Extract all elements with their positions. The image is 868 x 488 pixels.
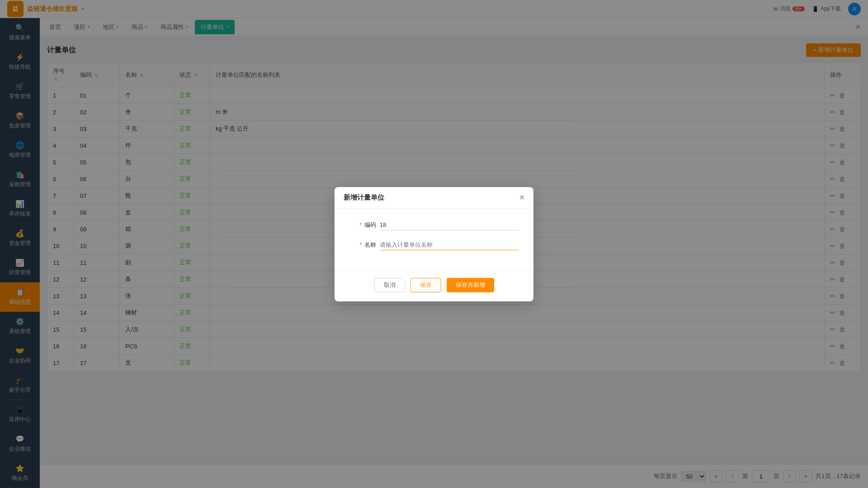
modal-overlay[interactable]: 新增计量单位 × * 编码 * 名称 取消 保存 保存并新增 — [0, 0, 868, 488]
modal-title: 新增计量单位 — [344, 193, 384, 202]
modal-footer: 取消 保存 保存并新增 — [335, 270, 533, 301]
modal-header: 新增计量单位 × — [335, 187, 533, 209]
add-unit-modal: 新增计量单位 × * 编码 * 名称 取消 保存 保存并新增 — [335, 187, 533, 301]
code-input[interactable] — [380, 220, 519, 230]
name-field-row: * 名称 — [349, 239, 519, 250]
name-field-label: * 名称 — [349, 241, 376, 249]
code-field-label: * 编码 — [349, 221, 376, 229]
name-input[interactable] — [380, 239, 519, 250]
modal-close-button[interactable]: × — [519, 193, 524, 202]
save-button[interactable]: 保存 — [410, 278, 441, 292]
save-and-new-button[interactable]: 保存并新增 — [447, 278, 494, 292]
cancel-button[interactable]: 取消 — [374, 278, 405, 292]
modal-body: * 编码 * 名称 — [335, 209, 533, 270]
code-field-row: * 编码 — [349, 220, 519, 230]
